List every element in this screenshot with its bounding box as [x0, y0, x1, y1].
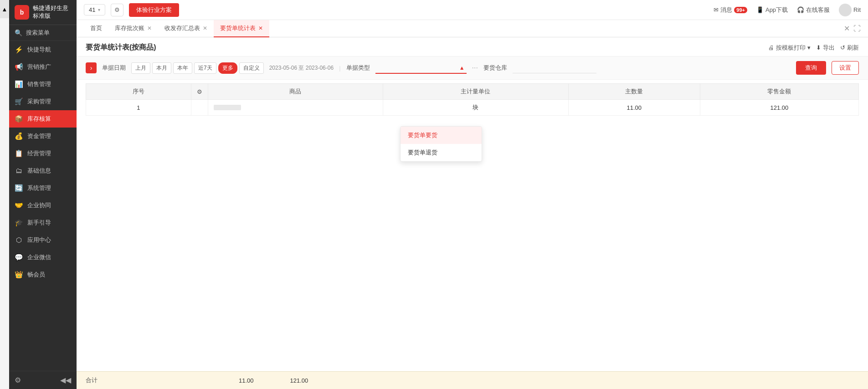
table-settings-icon[interactable]: ⚙: [197, 88, 202, 95]
refresh-btn[interactable]: ↺ 刷新: [840, 44, 859, 52]
tab-expand-btn[interactable]: ⛶: [853, 25, 861, 33]
members-icon: 👑: [15, 271, 23, 279]
table-container: 序号 ⚙ 商品 主计量单位 主数量 零售金额 1: [77, 83, 868, 116]
query-button[interactable]: 查询: [796, 61, 826, 75]
date-buttons: 上月 本月 本年 近7天 更多 自定义: [131, 62, 264, 74]
sidebar-item-guide[interactable]: 🎓 新手引导: [9, 214, 77, 231]
sidebar-item-label: 营销推广: [27, 63, 51, 71]
tab-close-btn[interactable]: ✕: [844, 24, 850, 33]
type-select-input[interactable]: [375, 62, 467, 74]
online-service-action[interactable]: 🎧 在线客服: [797, 6, 830, 14]
tab-requisition-close[interactable]: ✕: [258, 25, 263, 31]
dropdown-item-requisition-delivery[interactable]: 要货单要货: [401, 127, 482, 144]
page-content: 要货单统计表(按商品) 🖨 按模板打印 ▾ ⬇ 导出 ↺ 刷新 ›: [77, 37, 868, 389]
sidebar-item-label: 应用中心: [27, 236, 51, 244]
date-btn-this-year[interactable]: 本年: [173, 62, 192, 74]
table-footer: 合计 11.00 121.00: [77, 371, 868, 389]
export-icon: ⬇: [816, 44, 821, 51]
purchase-icon: 🛒: [15, 97, 23, 106]
user-profile[interactable]: Rit: [839, 4, 861, 16]
collapse-icon[interactable]: ◀◀: [60, 376, 71, 384]
sidebar-item-wechat[interactable]: 💬 企业微信: [9, 249, 77, 266]
settings-icon[interactable]: ⚙: [15, 376, 21, 384]
message-icon: ✉: [714, 6, 719, 13]
store-selector-chevron: ▾: [98, 7, 100, 12]
sidebar-search[interactable]: 🔍 搜索菜单: [9, 25, 77, 41]
sidebar-scroll-up[interactable]: ▲: [0, 0, 9, 18]
filter-more-dots[interactable]: ···: [472, 64, 478, 72]
tab-batch-close[interactable]: ✕: [147, 25, 152, 31]
user-name: Rit: [853, 6, 861, 13]
date-btn-this-month[interactable]: 本月: [152, 62, 171, 74]
row-unit: 块: [383, 100, 568, 116]
online-service-label: 在线客服: [806, 6, 830, 14]
tab-batch[interactable]: 库存批次账 ✕: [108, 20, 158, 37]
sidebar-item-quick-nav[interactable]: ⚡ 快捷导航: [9, 41, 77, 58]
filter-separator: |: [339, 65, 340, 72]
top-bar-right: ✉ 消息 99+ 📱 App下载 🎧 在线客服 Rit: [714, 4, 861, 16]
date-btn-7days[interactable]: 近7天: [194, 62, 216, 74]
store-selector[interactable]: 41 ▾: [84, 4, 105, 15]
messages-action[interactable]: ✉ 消息 99+: [714, 6, 747, 14]
date-btn-custom[interactable]: 自定义: [239, 62, 264, 74]
export-label: 导出: [823, 44, 835, 52]
col-settings[interactable]: ⚙: [191, 84, 208, 100]
print-label: 按模板打印: [776, 44, 806, 52]
top-gear-button[interactable]: ⚙: [111, 4, 123, 16]
sidebar-item-enterprise[interactable]: 🤝 企业协同: [9, 197, 77, 214]
page-title: 要货单统计表(按商品): [86, 43, 156, 52]
print-template-btn[interactable]: 🖨 按模板打印 ▾: [768, 44, 811, 52]
messages-label: 消息: [720, 6, 732, 14]
tab-batch-label: 库存批次账: [115, 24, 144, 32]
sidebar-item-members[interactable]: 👑 畅会员: [9, 266, 77, 283]
sidebar-item-sales[interactable]: 📊 销售管理: [9, 76, 77, 93]
sidebar-item-finance[interactable]: 💰 资金管理: [9, 128, 77, 145]
sidebar-item-marketing[interactable]: 📢 营销推广: [9, 58, 77, 76]
sidebar-item-system[interactable]: 🔄 系统管理: [9, 179, 77, 197]
sidebar: b 畅捷通好生意 标准版 🔍 搜索菜单 ⚡ 快捷导航 📢 营销推广 📊 销售管理…: [9, 0, 77, 389]
filter-expand-btn[interactable]: ›: [86, 62, 97, 73]
tab-home[interactable]: 首页: [84, 20, 108, 37]
app-download-action[interactable]: 📱 App下载: [756, 6, 788, 14]
sidebar-item-label: 经营管理: [27, 149, 51, 158]
date-btn-more[interactable]: 更多: [218, 62, 237, 74]
tab-requisition[interactable]: 要货单统计表 ✕: [214, 20, 269, 37]
app-center-icon: ⬡: [15, 236, 23, 244]
marketing-icon: 📢: [15, 63, 23, 71]
app-subtitle: 标准版: [33, 12, 68, 20]
sidebar-item-purchase[interactable]: 🛒 采购管理: [9, 93, 77, 110]
sidebar-footer: ⚙ ◀◀: [9, 371, 77, 389]
sidebar-item-label: 采购管理: [27, 97, 51, 106]
main-area: 41 ▾ ⚙ 体验行业方案 ✉ 消息 99+ 📱 App下载 🎧 在线客服: [77, 0, 868, 389]
guide-icon: 🎓: [15, 219, 23, 227]
export-btn[interactable]: ⬇ 导出: [816, 44, 835, 52]
sidebar-item-label: 畅会员: [27, 271, 45, 279]
sidebar-item-label: 资金管理: [27, 132, 51, 140]
enterprise-icon: 🤝: [15, 201, 23, 210]
dropdown-item-requisition-return[interactable]: 要货单退货: [401, 144, 482, 161]
inventory-icon: 📦: [15, 115, 23, 123]
type-dropdown: 要货单要货 要货单退货: [400, 126, 482, 162]
user-avatar: [839, 4, 852, 16]
sidebar-item-app-center[interactable]: ⬡ 应用中心: [9, 231, 77, 249]
row-product: [208, 100, 383, 116]
sidebar-item-label: 基础信息: [27, 167, 51, 175]
row-quantity: 11.00: [568, 100, 700, 116]
sidebar-item-inventory[interactable]: 📦 库存核算: [9, 110, 77, 128]
date-btn-last-month[interactable]: 上月: [131, 62, 150, 74]
sidebar-header: b 畅捷通好生意 标准版: [9, 0, 77, 25]
tab-summary[interactable]: 收发存汇总表 ✕: [158, 20, 214, 37]
headset-icon: 🎧: [797, 6, 804, 13]
dropdown-item-label: 要货单要货: [408, 132, 437, 138]
print-chevron: ▾: [807, 44, 811, 51]
trial-button[interactable]: 体验行业方案: [129, 3, 179, 17]
tab-summary-close[interactable]: ✕: [203, 25, 207, 31]
filter-settings-button[interactable]: 设置: [832, 61, 859, 75]
warehouse-input[interactable]: [513, 62, 596, 73]
sidebar-item-operations[interactable]: 📋 经营管理: [9, 145, 77, 162]
row-settings: [191, 100, 208, 116]
tab-summary-label: 收发存汇总表: [164, 24, 200, 32]
refresh-label: 刷新: [847, 44, 859, 52]
product-placeholder: [214, 105, 241, 110]
sidebar-item-basic-info[interactable]: 🗂 基础信息: [9, 162, 77, 179]
